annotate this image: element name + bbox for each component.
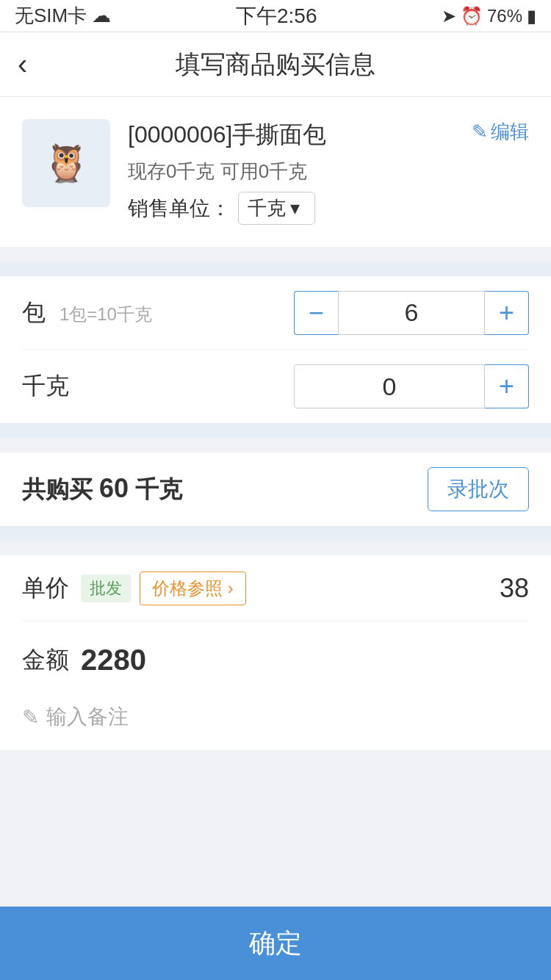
confirm-button[interactable]: 确定	[0, 907, 551, 980]
battery-level: 76%	[487, 6, 522, 26]
amount-row: 金额 2280	[22, 644, 529, 677]
status-right: ➤ ⏰ 76% ▮	[442, 6, 536, 26]
status-left: 无SIM卡 ☁	[15, 3, 111, 29]
batch-button[interactable]: 录批次	[428, 467, 529, 511]
remark-row[interactable]: ✎ 输入备注	[22, 691, 529, 743]
price-type-tag: 批发	[81, 574, 131, 602]
page-title: 填写商品购买信息	[176, 48, 375, 82]
total-prefix: 共购买	[22, 476, 93, 502]
package-sublabel: 1包=10千克	[60, 304, 152, 324]
package-stepper: − +	[294, 291, 529, 335]
location-icon: ➤	[442, 6, 456, 26]
package-plus-button[interactable]: +	[485, 291, 529, 335]
product-image: 🦉	[22, 119, 110, 207]
price-value: 38	[500, 573, 529, 604]
back-button[interactable]: ‹	[18, 48, 27, 81]
unit-label: 销售单位：	[128, 195, 231, 223]
product-card: 🦉 [0000006]手撕面包 现存0千克 可用0千克 销售单位： 千克 ▾ ✎…	[0, 97, 551, 247]
edit-icon: ✎	[472, 120, 488, 143]
kg-stepper: +	[294, 364, 529, 408]
unit-value: 千克	[248, 195, 286, 221]
product-logo-icon: 🦉	[43, 142, 89, 184]
product-stock: 现存0千克 可用0千克	[128, 159, 529, 184]
price-label: 单价	[22, 572, 69, 605]
separator-3	[0, 526, 551, 541]
kg-plus-button[interactable]: +	[485, 364, 529, 408]
kg-input[interactable]	[294, 364, 485, 408]
price-row: 单价 批发 价格参照 › 38	[22, 555, 529, 621]
input-section: 包 1包=10千克 − + 千克 +	[0, 276, 551, 423]
nav-bar: ‹ 填写商品购买信息	[0, 32, 551, 97]
amount-label: 金额	[22, 644, 69, 677]
total-amount-value: 60	[99, 473, 129, 503]
amount-section: 金额 2280 ✎ 输入备注	[0, 621, 551, 750]
kg-row: 千克 +	[22, 350, 529, 423]
kg-label: 千克	[22, 370, 294, 403]
remark-label: 输入备注	[46, 703, 129, 731]
unit-dropdown-icon: ▾	[290, 197, 300, 220]
edit-label: 编辑	[491, 119, 529, 145]
edit-button[interactable]: ✎ 编辑	[472, 119, 529, 145]
alarm-icon: ⏰	[461, 6, 483, 26]
separator-2	[0, 423, 551, 438]
total-text: 共购买 60 千克	[22, 473, 428, 506]
status-time: 下午2:56	[236, 2, 317, 30]
package-minus-button[interactable]: −	[294, 291, 338, 335]
package-input[interactable]	[338, 291, 485, 335]
price-reference-button[interactable]: 价格参照 ›	[140, 572, 246, 605]
unit-select[interactable]: 千克 ▾	[238, 192, 315, 225]
package-row: 包 1包=10千克 − +	[22, 276, 529, 350]
status-bar: 无SIM卡 ☁ 下午2:56 ➤ ⏰ 76% ▮	[0, 0, 551, 32]
total-section: 共购买 60 千克 录批次	[0, 453, 551, 526]
total-unit	[129, 476, 135, 502]
battery-icon: ▮	[527, 6, 536, 26]
price-section: 单价 批发 价格参照 › 38	[0, 555, 551, 621]
product-info: [0000006]手撕面包 现存0千克 可用0千克 销售单位： 千克 ▾	[110, 119, 529, 225]
remark-icon: ✎	[22, 705, 39, 729]
separator-1	[0, 262, 551, 276]
package-label: 包 1包=10千克	[22, 297, 294, 329]
amount-value: 2280	[81, 644, 146, 677]
product-name: [0000006]手撕面包	[128, 119, 529, 151]
sim-label: 无SIM卡 ☁	[15, 3, 111, 29]
product-unit-row: 销售单位： 千克 ▾	[128, 192, 529, 225]
